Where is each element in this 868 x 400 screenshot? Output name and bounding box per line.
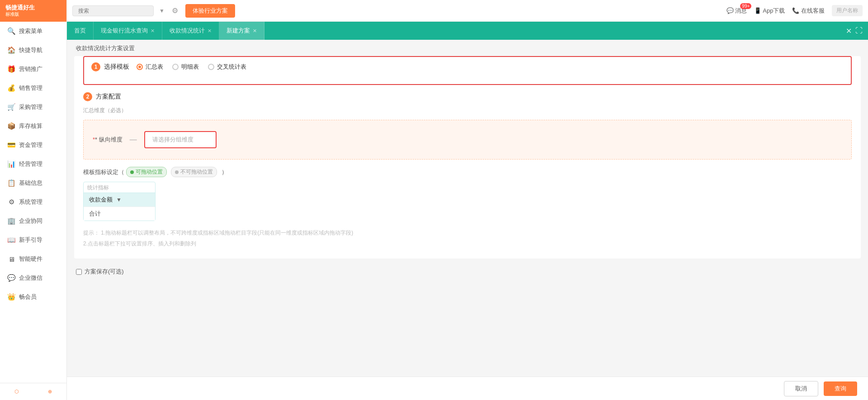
logo-text: 畅捷通好生 (5, 4, 35, 11)
tab-bank-flow[interactable]: 现金银行流水查询 ✕ (94, 22, 162, 40)
tabbar: 首页 现金银行流水查询 ✕ 收款情况统计 ✕ 新建方案 ✕ ✕ ⛶ (67, 22, 868, 40)
monitor-icon: 🖥 (7, 255, 15, 263)
query-button[interactable]: 查询 (824, 381, 857, 396)
tab-bank-flow-close[interactable]: ✕ (151, 28, 155, 34)
tab-new-plan-close[interactable]: ✕ (253, 28, 257, 34)
sidebar-item-marketing[interactable]: 🎁 营销推广 (0, 60, 66, 79)
sidebar-item-label: 智能硬件 (19, 255, 42, 263)
user-avatar[interactable]: 用户名称 (832, 5, 863, 16)
download-icon[interactable]: 📱 App下载 (754, 7, 785, 15)
step2-badge: 2 (83, 92, 92, 101)
sidebar-item-member[interactable]: 👑 畅会员 (0, 287, 66, 306)
sidebar-item-system[interactable]: ⚙ 系统管理 (0, 193, 66, 212)
sidebar-item-wechat[interactable]: 💬 企业微信 (0, 268, 66, 287)
radio-cross-circle (208, 64, 214, 70)
clipboard-icon: 📋 (7, 179, 15, 187)
chart-icon: 📊 (7, 160, 15, 168)
step1-badge: 1 (91, 62, 100, 71)
sidebar-bottom: ⬡ ⊕ (0, 383, 66, 400)
tab-collection-stats-close[interactable]: ✕ (208, 28, 212, 34)
gear-icon: ⚙ (7, 198, 15, 206)
stats-table: 统计指标 收款金额 ▼ 合计 (83, 182, 156, 221)
stats-header-dropdown-icon[interactable]: ▼ (116, 197, 122, 203)
sidebar-item-label: 基础信息 (19, 179, 42, 187)
action-bar: 取消 查询 (67, 376, 868, 400)
crown-icon: 👑 (7, 293, 15, 301)
sidebar-item-label: 企业协同 (19, 217, 42, 225)
industry-button[interactable]: 体验行业方案 (185, 4, 235, 18)
save-option[interactable]: 方案保存(可选) (76, 268, 124, 276)
sidebar: 畅捷通好生 标准版 🔍 搜索菜单 🏠 快捷导航 🎁 营销推广 💰 销售管理 🛒 … (0, 0, 67, 400)
tab-collection-stats-label: 收款情况统计 (170, 27, 205, 35)
notification-badge: 99+ (740, 3, 751, 9)
sidebar-item-purchase[interactable]: 🛒 采购管理 (0, 98, 66, 117)
sidebar-item-search-menu[interactable]: 🔍 搜索菜单 (0, 22, 66, 41)
box-icon: 📦 (7, 122, 15, 130)
sidebar-item-label: 经营管理 (19, 160, 42, 168)
sidebar-item-label: 营销推广 (19, 65, 42, 73)
sidebar-item-guide[interactable]: 📖 新手引导 (0, 231, 66, 249)
close-window-icon[interactable]: ✕ (846, 27, 852, 35)
sidebar-item-label: 企业微信 (19, 274, 42, 282)
sidebar-bottom-btn2[interactable]: ⊕ (46, 387, 54, 396)
sidebar-item-hardware[interactable]: 🖥 智能硬件 (0, 249, 66, 268)
fixed-badge: 不可拖动位置 (171, 167, 217, 177)
sidebar-item-label: 采购管理 (19, 103, 42, 111)
radio-summary[interactable]: 汇总表 (137, 63, 163, 71)
sidebar-item-label: 搜索菜单 (19, 27, 42, 35)
page-wrap: 收款情况统计方案设置 1 选择模板 汇总表 (67, 40, 868, 376)
topbar-right: 💬 消息 99+ 📱 App下载 📞 在线客服 用户名称 (726, 5, 863, 16)
tab-collection-stats[interactable]: 收款情况统计 ✕ (162, 22, 219, 40)
sidebar-item-sales[interactable]: 💰 销售管理 (0, 79, 66, 98)
chevron-down-icon[interactable]: ▼ (159, 8, 165, 14)
gift-icon: 🎁 (7, 65, 15, 73)
tab-bank-flow-label: 现金银行流水查询 (101, 27, 148, 35)
building-icon: 🏢 (7, 217, 15, 225)
notification-icon[interactable]: 💬 消息 99+ (726, 7, 747, 15)
tip-item-1: 提示： 1.拖动标题栏可以调整布局，不可跨维度或指标区域拖动栏目字段(只能在同一… (83, 228, 852, 238)
movable-badge: 可拖动位置 (126, 167, 167, 177)
chat-icon: 💬 (7, 274, 15, 282)
sidebar-item-cooperation[interactable]: 🏢 企业协同 (0, 212, 66, 231)
gear-settings-icon[interactable]: ⚙ (172, 6, 178, 15)
card-icon: 💳 (7, 141, 15, 149)
money-icon: 💰 (7, 84, 15, 92)
sidebar-item-label: 资金管理 (19, 141, 42, 149)
metrics-config: 模板指标设定（ 可拖动位置 不可拖动位置 ） (83, 167, 852, 221)
tabbar-right: ✕ ⛶ (846, 27, 868, 35)
maximize-icon[interactable]: ⛶ (855, 27, 863, 35)
section-card: 1 选择模板 汇总表 明细表 (74, 56, 861, 259)
sidebar-item-operations[interactable]: 📊 经营管理 (0, 155, 66, 174)
sidebar-item-label: 新手引导 (19, 236, 42, 244)
radio-summary-circle (137, 64, 143, 70)
sidebar-item-label: 快捷导航 (19, 46, 42, 54)
sidebar-item-label: 销售管理 (19, 84, 42, 92)
sidebar-item-inventory[interactable]: 📦 库存核算 (0, 117, 66, 136)
search-input[interactable] (72, 5, 154, 16)
tab-home[interactable]: 首页 (67, 22, 94, 40)
sidebar-item-finance[interactable]: 💳 资金管理 (0, 136, 66, 155)
sidebar-item-quick-nav[interactable]: 🏠 快捷导航 (0, 41, 66, 60)
logo: 畅捷通好生 标准版 (0, 0, 66, 22)
edition-label: 标准版 (5, 11, 35, 18)
metrics-config-label: 模板指标设定（ 可拖动位置 不可拖动位置 ） (83, 167, 852, 177)
dimension-title: 汇总维度（必选） (83, 107, 852, 114)
step1-label: 选择模板 (104, 63, 129, 71)
dimension-select[interactable]: 请选择分组维度 (144, 131, 217, 148)
save-checkbox-input[interactable] (76, 269, 82, 275)
radio-cross[interactable]: 交叉统计表 (208, 63, 246, 71)
page-footer: 方案保存(可选) (67, 262, 868, 281)
tab-new-plan[interactable]: 新建方案 ✕ (219, 22, 264, 40)
radio-detail[interactable]: 明细表 (172, 63, 199, 71)
green-dot (130, 170, 134, 174)
sidebar-item-label: 库存核算 (19, 122, 42, 130)
cancel-button[interactable]: 取消 (784, 381, 818, 396)
sidebar-item-basic-info[interactable]: 📋 基础信息 (0, 174, 66, 193)
arrow-icon: — (130, 136, 137, 144)
step1-row: 1 选择模板 汇总表 明细表 (91, 62, 844, 71)
step2-row: 2 方案配置 (83, 92, 852, 101)
home-icon: 🏠 (7, 46, 15, 54)
service-icon[interactable]: 📞 在线客服 (792, 7, 825, 15)
vertical-dimension-label: ** 纵向维度 (93, 136, 123, 144)
sidebar-bottom-btn1[interactable]: ⬡ (13, 387, 21, 396)
